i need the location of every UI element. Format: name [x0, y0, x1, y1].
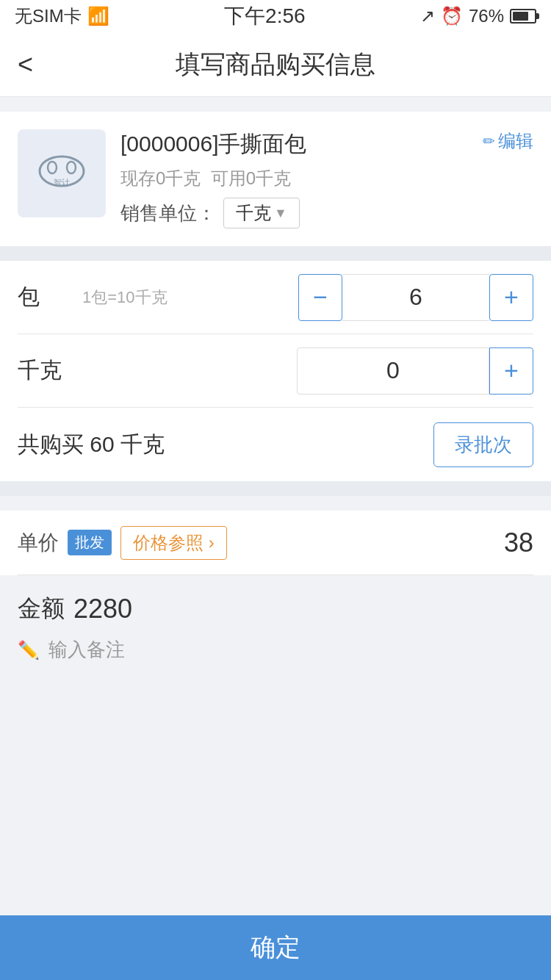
status-bar: 无SIM卡 📶 下午2:56 ↗ ⏰ 76%: [0, 0, 551, 32]
svg-point-1: [48, 162, 57, 173]
nav-bar: < 填写商品购买信息: [0, 32, 551, 97]
kg-plus-button[interactable]: +: [489, 347, 533, 394]
product-logo: 智计: [36, 153, 87, 194]
svg-point-2: [67, 162, 76, 173]
package-input-row: 包 1包=10千克 − +: [18, 261, 533, 334]
price-ref-button[interactable]: 价格参照 ›: [120, 526, 227, 560]
edit-button[interactable]: ✏ 编辑: [483, 129, 533, 153]
kg-input-row: 千克 +: [18, 334, 533, 408]
alarm-icon: ⏰: [441, 6, 463, 26]
confirm-button-wrapper[interactable]: 确定: [0, 915, 551, 980]
package-input[interactable]: [342, 274, 489, 321]
package-quantity-control: − +: [298, 274, 533, 321]
location-icon: ↗: [420, 6, 435, 26]
amount-label: 金额: [18, 593, 65, 625]
package-hint: 1包=10千克: [82, 287, 298, 309]
battery-icon: [510, 9, 536, 24]
carrier-text: 无SIM卡: [15, 4, 82, 28]
total-section: 共购买 60 千克 录批次: [0, 408, 551, 481]
product-info: [0000006]手撕面包 现存0千克 可用0千克 销售单位： 千克 ▼: [120, 129, 533, 228]
record-batch-button[interactable]: 录批次: [433, 422, 533, 467]
status-time: 下午2:56: [224, 2, 306, 30]
total-text: 共购买 60 千克: [18, 430, 433, 460]
status-right: ↗ ⏰ 76%: [420, 6, 536, 26]
package-input-section: 包 1包=10千克 − + 千克 +: [0, 261, 551, 408]
status-left: 无SIM卡 📶: [15, 4, 109, 28]
product-unit-row: 销售单位： 千克 ▼: [120, 198, 533, 228]
section-divider-2: [0, 481, 551, 496]
section-divider-1: [0, 246, 551, 261]
note-row[interactable]: ✏️ 输入备注: [18, 637, 533, 663]
amount-section: 金额 2280 ✏️ 输入备注: [0, 575, 551, 680]
kg-label: 千克: [18, 356, 76, 386]
product-stock: 现存0千克 可用0千克: [120, 167, 533, 190]
wifi-icon: 📶: [87, 6, 109, 26]
battery-text: 76%: [469, 6, 504, 26]
kg-quantity-control: +: [297, 347, 533, 394]
content-area: [0, 680, 551, 930]
kg-input[interactable]: [297, 347, 489, 394]
amount-row: 金额 2280: [18, 593, 533, 625]
price-row: 单价 批发 价格参照 › 38: [18, 511, 533, 575]
price-value: 38: [504, 527, 533, 558]
product-image: 智计: [18, 129, 106, 217]
unit-select[interactable]: 千克 ▼: [223, 198, 300, 228]
package-minus-button[interactable]: −: [298, 274, 342, 321]
note-placeholder[interactable]: 输入备注: [48, 637, 125, 663]
package-plus-button[interactable]: +: [489, 274, 533, 321]
amount-value: 2280: [73, 594, 132, 624]
back-button[interactable]: <: [18, 49, 33, 80]
svg-text:智计: 智计: [54, 178, 70, 187]
price-type-tag: 批发: [68, 530, 112, 555]
confirm-button-label: 确定: [251, 931, 300, 965]
page-title: 填写商品购买信息: [176, 48, 375, 82]
package-label: 包: [18, 282, 76, 312]
price-label: 单价: [18, 529, 59, 557]
pencil-icon: ✏️: [18, 640, 40, 660]
price-section: 单价 批发 价格参照 › 38: [0, 511, 551, 575]
product-name: [0000006]手撕面包: [120, 129, 533, 159]
product-card: 智计 [0000006]手撕面包 现存0千克 可用0千克 销售单位： 千克 ▼ …: [0, 112, 551, 246]
